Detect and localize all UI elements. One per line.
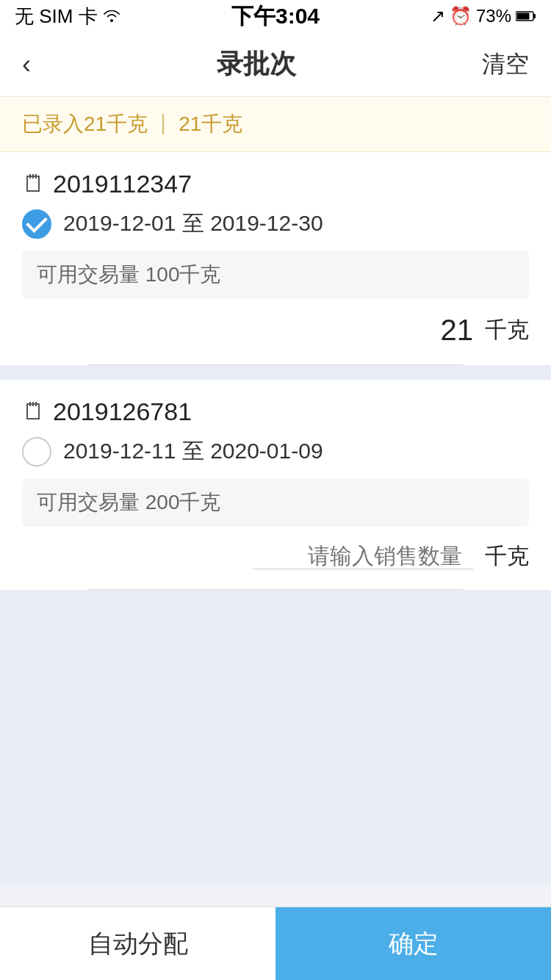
status-left: 无 SIM 卡 [15, 4, 120, 29]
carrier-text: 无 SIM 卡 [15, 4, 98, 29]
batch-2-unit: 千克 [485, 541, 529, 572]
section-divider [0, 365, 551, 380]
location-icon: ↗ [431, 6, 445, 26]
amount-label: 21千克 [179, 110, 242, 138]
batch-2-header: 🗒 2019126781 [0, 380, 551, 433]
bottom-bar: 自动分配 确定 [0, 907, 551, 980]
page-content: 已录入21千克 21千克 🗒 2019112347 2019-12-01 至 2… [0, 97, 551, 957]
batch-1-icon: 🗒 [22, 170, 46, 198]
status-right: ↗ ⏰ 73% [431, 6, 536, 26]
batch-2-date-row: 2019-12-11 至 2020-01-09 [0, 433, 551, 474]
batch-1-quantity-row: 21 千克 [0, 306, 551, 364]
batch-2-id: 2019126781 [53, 397, 192, 426]
recorded-label: 已录入21千克 [22, 110, 148, 138]
batch-2-quantity-input[interactable] [253, 544, 473, 569]
batch-1-unit: 千克 [485, 315, 529, 345]
battery-icon [516, 10, 536, 22]
batch-1-header: 🗒 2019112347 [0, 152, 551, 206]
batch-1-quantity: 21 [441, 314, 474, 347]
batch-2-radio[interactable] [22, 437, 51, 466]
svg-rect-2 [517, 13, 530, 20]
empty-area [0, 590, 551, 884]
clear-button[interactable]: 清空 [482, 48, 529, 81]
status-bar: 无 SIM 卡 下午3:04 ↗ ⏰ 73% [0, 0, 551, 32]
alarm-icon: ⏰ [450, 6, 472, 26]
batch-2-icon: 🗒 [22, 398, 46, 425]
batch-1-available: 可用交易量 100千克 [37, 263, 221, 286]
auto-distribute-button[interactable]: 自动分配 [0, 907, 276, 980]
back-button[interactable]: ‹ [22, 49, 31, 80]
info-divider [162, 114, 164, 134]
batch-2-date: 2019-12-11 至 2020-01-09 [63, 436, 323, 466]
wifi-icon [104, 10, 120, 22]
page-title: 录批次 [217, 46, 296, 82]
batch-2-input-row: 千克 [0, 534, 551, 589]
svg-rect-1 [533, 14, 536, 18]
nav-bar: ‹ 录批次 清空 [0, 32, 551, 97]
batch-item-1: 🗒 2019112347 2019-12-01 至 2019-12-30 可用交… [0, 152, 551, 365]
battery-text: 73% [476, 6, 511, 26]
status-time: 下午3:04 [231, 1, 320, 32]
info-bar: 已录入21千克 21千克 [0, 97, 551, 152]
batch-item-2: 🗒 2019126781 2019-12-11 至 2020-01-09 可用交… [0, 380, 551, 590]
batch-1-date: 2019-12-01 至 2019-12-30 [63, 209, 323, 239]
confirm-button[interactable]: 确定 [276, 907, 551, 980]
batch-1-available-row: 可用交易量 100千克 [22, 251, 529, 299]
batch-1-radio[interactable] [22, 209, 51, 239]
batch-1-date-row: 2019-12-01 至 2019-12-30 [0, 206, 551, 246]
batch-2-available: 可用交易量 200千克 [37, 491, 221, 514]
batch-2-available-row: 可用交易量 200千克 [22, 478, 529, 527]
batch-1-id: 2019112347 [53, 170, 192, 198]
